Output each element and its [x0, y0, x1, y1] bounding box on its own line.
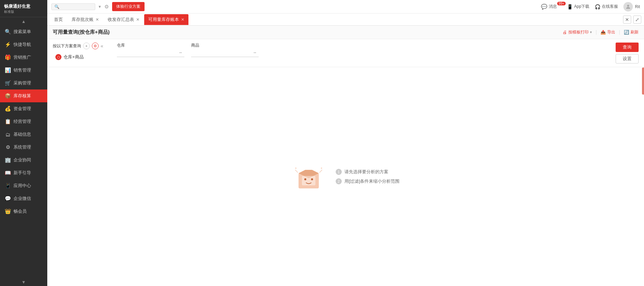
- scroll-up-btn[interactable]: ▲: [0, 17, 47, 25]
- search-icon: 🔍: [5, 29, 11, 35]
- collapse-btn[interactable]: «: [101, 43, 103, 49]
- sidebar-item-finance[interactable]: 💰 资金管理: [0, 102, 47, 115]
- warehouse-input[interactable]: [117, 50, 178, 55]
- print-label: 按模板打印: [568, 29, 589, 35]
- industry-solution-btn[interactable]: 体验行业方案: [112, 2, 145, 11]
- svg-point-8: [321, 167, 322, 169]
- sidebar-item-member[interactable]: 👑 畅会员: [0, 205, 47, 218]
- sidebar-item-wechat[interactable]: 💬 企业微信: [0, 192, 47, 205]
- service-icon: 🎧: [595, 4, 600, 9]
- wechat-icon: 💬: [5, 196, 11, 202]
- sidebar-item-operation[interactable]: 📋 经营管理: [0, 115, 47, 128]
- topbar-search-input[interactable]: [61, 4, 92, 9]
- sidebar-item-sales[interactable]: 📊 销售管理: [0, 64, 47, 77]
- sidebar-item-apps[interactable]: 📱 应用中心: [0, 179, 47, 192]
- export-label: 导出: [607, 29, 615, 35]
- tab-available-close[interactable]: ✕: [181, 18, 184, 22]
- right-scrollbar-indicator: [642, 68, 644, 95]
- tip-text-2: 用[过滤]条件来缩小分析范围: [344, 178, 400, 184]
- scheme-title-text: 按以下方案查询: [53, 43, 81, 49]
- svg-point-3: [304, 178, 306, 180]
- svg-line-5: [295, 170, 298, 173]
- apps-icon: 📱: [5, 183, 11, 189]
- scheme-item-icon: ⬡: [55, 54, 61, 60]
- empty-tip-2: 2 用[过滤]条件来缩小分析范围: [336, 178, 400, 184]
- sidebar-label-system: 系统管理: [14, 144, 31, 150]
- scheme-item-warehouse[interactable]: ⬡ 仓库+商品: [53, 52, 113, 62]
- sidebar-label-marketing: 营销推广: [14, 54, 31, 60]
- notice-btn[interactable]: 💬 消息 99+: [541, 4, 562, 10]
- enterprise-icon: 🏢: [5, 157, 11, 163]
- export-btn[interactable]: 📤 导出: [600, 29, 615, 35]
- sidebar-label-operation: 经营管理: [14, 119, 31, 125]
- sidebar-label-inventory: 库存核算: [14, 93, 31, 99]
- user-area[interactable]: Rit: [623, 2, 640, 11]
- tabs-right-actions: ✕ ⤢: [623, 16, 641, 24]
- sidebar-nav: 🔍 搜索菜单 ⚡ 快捷导航 🎁 营销推广 📊 销售管理 🛒 采购管理 📦 库存核…: [0, 25, 47, 278]
- app-download-btn[interactable]: 📱 App下载: [567, 4, 589, 9]
- app-icon: 📱: [567, 4, 573, 9]
- sidebar: 畅康通好生意 标准版 ▲ 🔍 搜索菜单 ⚡ 快捷导航 🎁 营销推广 📊 销售管理…: [0, 0, 47, 286]
- tip-num-2: 2: [336, 178, 342, 184]
- sidebar-item-purchase[interactable]: 🛒 采购管理: [0, 77, 47, 89]
- user-name: Rit: [635, 4, 640, 9]
- main-area: 🔍 ▾ ⚙ 体验行业方案 💬 消息 99+ 📱 App下载 🎧 在线客服: [47, 0, 644, 286]
- sidebar-item-newbie[interactable]: 📖 新手引导: [0, 166, 47, 179]
- svg-point-4: [311, 178, 313, 180]
- sidebar-label-search: 搜索菜单: [14, 29, 31, 35]
- warehouse-more-btn[interactable]: ···: [179, 50, 181, 56]
- online-service-btn[interactable]: 🎧 在线客服: [595, 4, 618, 9]
- topbar-settings-icon[interactable]: ⚙: [104, 4, 109, 10]
- filter-area: 按以下方案查询 + ⚙ « ⬡ 仓库+商品 仓库 ···: [47, 39, 644, 67]
- query-btn[interactable]: 查询: [616, 43, 639, 52]
- sidebar-item-system[interactable]: ⚙ 系统管理: [0, 141, 47, 154]
- sidebar-label-sales: 销售管理: [14, 67, 31, 73]
- print-btn[interactable]: 🖨 按模板打印 ▾: [563, 29, 592, 35]
- sidebar-item-enterprise[interactable]: 🏢 企业协同: [0, 154, 47, 166]
- scroll-down-btn[interactable]: ▼: [0, 278, 47, 286]
- scheme-settings-btn[interactable]: ⚙: [92, 43, 99, 49]
- tab-available[interactable]: 可用量库存账本 ✕: [144, 14, 188, 25]
- product-input[interactable]: [191, 50, 252, 55]
- tip-num-1: 1: [336, 169, 342, 175]
- refresh-btn[interactable]: 🔄 刷新: [624, 29, 639, 35]
- purchase-icon: 🛒: [5, 80, 11, 86]
- topbar-search-box[interactable]: 🔍: [51, 3, 95, 10]
- refresh-label: 刷新: [630, 29, 639, 35]
- filter-field-warehouse: 仓库 ···: [117, 43, 184, 57]
- brand-subtitle: 标准版: [4, 9, 43, 14]
- tab-home[interactable]: 首页: [50, 14, 67, 25]
- product-more-btn[interactable]: ···: [253, 50, 256, 56]
- sidebar-item-inventory[interactable]: 📦 库存核算: [0, 89, 47, 102]
- sidebar-logo: 畅康通好生意 标准版: [0, 0, 47, 17]
- topbar-dropdown-icon[interactable]: ▾: [99, 4, 101, 9]
- sidebar-item-shortcut[interactable]: ⚡ 快捷导航: [0, 38, 47, 51]
- page-header-actions: 🖨 按模板打印 ▾ 📤 导出 🔄 刷新: [563, 29, 639, 35]
- tab-summary[interactable]: 收发存汇总表 ✕: [104, 14, 144, 25]
- tab-batch[interactable]: 库存批次账 ✕: [68, 14, 103, 25]
- tab-close-btn[interactable]: ✕: [623, 16, 631, 24]
- sidebar-item-basic[interactable]: 🗂 基础信息: [0, 128, 47, 141]
- empty-illustration: [292, 160, 326, 193]
- filter-field-product: 商品 ···: [191, 43, 259, 57]
- sidebar-item-marketing[interactable]: 🎁 营销推广: [0, 51, 47, 64]
- marketing-icon: 🎁: [5, 54, 11, 60]
- filter-settings-btn[interactable]: 设置: [616, 54, 639, 63]
- sidebar-label-newbie: 新手引导: [14, 170, 31, 176]
- add-scheme-btn[interactable]: +: [83, 43, 90, 49]
- member-icon: 👑: [5, 208, 11, 214]
- scheme-item-label: 仓库+商品: [63, 54, 84, 60]
- topbar-right: 💬 消息 99+ 📱 App下载 🎧 在线客服 Rit: [541, 2, 640, 11]
- tab-summary-label: 收发存汇总表: [108, 17, 134, 23]
- filter-scheme-title: 按以下方案查询 + ⚙ «: [53, 43, 113, 49]
- tab-summary-close[interactable]: ✕: [136, 18, 139, 22]
- tabs-bar: 首页 库存批次账 ✕ 收发存汇总表 ✕ 可用量库存账本 ✕ ✕ ⤢: [47, 14, 644, 26]
- sidebar-item-search[interactable]: 🔍 搜索菜单: [0, 25, 47, 38]
- tab-home-label: 首页: [54, 17, 63, 23]
- print-dropdown-icon[interactable]: ▾: [590, 30, 592, 34]
- tab-expand-btn[interactable]: ⤢: [633, 16, 641, 24]
- app-label: App下载: [574, 4, 589, 9]
- svg-line-6: [319, 170, 322, 173]
- tab-batch-close[interactable]: ✕: [96, 18, 99, 22]
- newbie-icon: 📖: [5, 170, 11, 176]
